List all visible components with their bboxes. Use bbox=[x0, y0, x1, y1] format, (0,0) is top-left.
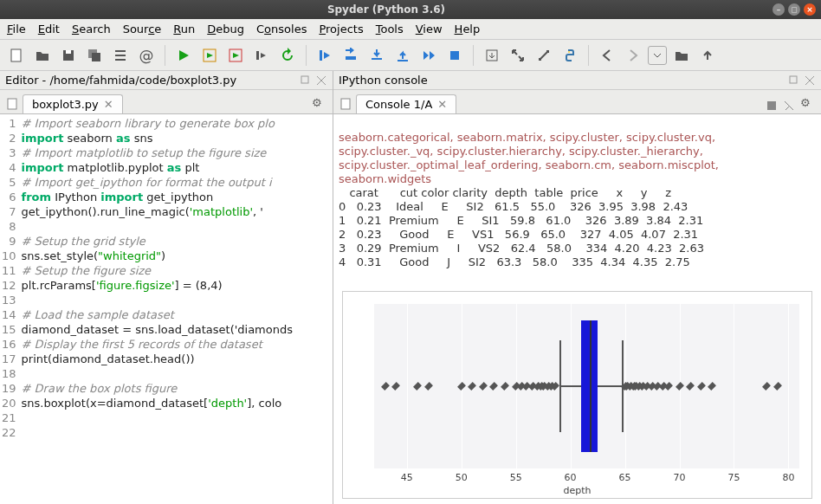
menu-edit[interactable]: Edit bbox=[38, 23, 60, 36]
console-options-icon[interactable]: ⚙ bbox=[800, 96, 818, 113]
save-all-button[interactable] bbox=[83, 44, 106, 67]
console-tab[interactable]: Console 1/A ✕ bbox=[356, 94, 456, 113]
restore-icon[interactable] bbox=[300, 74, 312, 87]
editor-pane-title: Editor - /home/fahmida/code/boxplot3.py bbox=[5, 74, 236, 87]
maximize-pane-button[interactable] bbox=[507, 44, 529, 67]
svg-rect-4 bbox=[92, 53, 100, 61]
window-titlebar: Spyder (Python 3.6) – ◻ × bbox=[0, 0, 821, 19]
menu-projects[interactable]: Projects bbox=[319, 23, 363, 36]
editor-tab-label: boxplot3.py bbox=[32, 98, 99, 111]
menu-source[interactable]: Source bbox=[123, 23, 162, 36]
python-path-button[interactable] bbox=[559, 44, 581, 67]
debug-continue-button[interactable] bbox=[417, 44, 440, 67]
editor-pane-title-bar: Editor - /home/fahmida/code/boxplot3.py bbox=[0, 71, 333, 90]
svg-rect-0 bbox=[11, 49, 21, 61]
menu-search[interactable]: Search bbox=[72, 23, 111, 36]
debug-run-button[interactable] bbox=[314, 44, 336, 67]
browse-cwd-button[interactable] bbox=[670, 44, 693, 67]
console-pane: IPython console Console 1/A ✕ ⚙ seaborn.… bbox=[333, 71, 821, 504]
window-maximize-button[interactable]: ◻ bbox=[788, 3, 800, 16]
toolbar-separator bbox=[306, 45, 307, 66]
menu-help[interactable]: Help bbox=[455, 23, 481, 36]
svg-rect-16 bbox=[767, 101, 776, 110]
ipython-console[interactable]: seaborn.categorical, seaborn.matrix, sci… bbox=[333, 114, 821, 504]
debug-step-button[interactable] bbox=[339, 44, 362, 67]
restore-icon[interactable] bbox=[788, 74, 800, 87]
run-selection-button[interactable] bbox=[250, 44, 273, 67]
editor-tab-bar: boxplot3.py ✕ ⚙ bbox=[0, 90, 333, 114]
menu-bar: File Edit Search Source Run Debug Consol… bbox=[0, 19, 821, 40]
console-dataframe-output: carat cut color clarity depth table pric… bbox=[339, 186, 704, 268]
debug-step-into-button[interactable] bbox=[365, 44, 388, 67]
rerun-button[interactable] bbox=[276, 44, 299, 67]
debug-stop-button[interactable] bbox=[443, 44, 466, 67]
svg-rect-2 bbox=[66, 50, 71, 54]
run-button[interactable] bbox=[172, 44, 195, 67]
parent-dir-button[interactable] bbox=[696, 44, 719, 67]
close-pane-icon[interactable] bbox=[315, 74, 327, 87]
stop-console-icon[interactable] bbox=[766, 100, 779, 113]
menu-debug[interactable]: Debug bbox=[207, 23, 244, 36]
console-tab-label: Console 1/A bbox=[365, 98, 432, 111]
svg-point-11 bbox=[568, 51, 570, 53]
file-switcher-icon[interactable] bbox=[3, 94, 23, 113]
editor-options-icon[interactable]: ⚙ bbox=[312, 96, 329, 113]
menu-file[interactable]: File bbox=[7, 23, 26, 36]
list-icon[interactable] bbox=[109, 44, 132, 67]
console-pane-title: IPython console bbox=[339, 74, 428, 87]
console-modules-output: seaborn.categorical, seaborn.matrix, sci… bbox=[339, 131, 719, 185]
at-icon[interactable]: @ bbox=[135, 44, 158, 67]
svg-rect-13 bbox=[8, 99, 16, 109]
svg-rect-15 bbox=[341, 99, 350, 109]
x-tick-labels: 4550556065707580 bbox=[374, 472, 799, 484]
save-button[interactable] bbox=[57, 44, 80, 67]
boxplot-figure: 4550556065707580 depth bbox=[342, 291, 812, 499]
menu-tools[interactable]: Tools bbox=[376, 23, 404, 36]
import-data-button[interactable] bbox=[481, 44, 503, 67]
code-area[interactable]: # Import seaborn library to generate box… bbox=[22, 114, 293, 504]
window-minimize-button[interactable]: – bbox=[773, 3, 785, 16]
svg-rect-9 bbox=[450, 51, 459, 60]
cwd-dropdown[interactable] bbox=[648, 46, 667, 65]
x-axis-label: depth bbox=[563, 485, 591, 496]
menu-view[interactable]: View bbox=[416, 23, 443, 36]
close-tab-icon[interactable]: ✕ bbox=[437, 98, 447, 111]
toolbar: @ bbox=[0, 40, 821, 71]
svg-rect-8 bbox=[320, 50, 322, 61]
toolbar-separator bbox=[473, 45, 474, 66]
main-split: Editor - /home/fahmida/code/boxplot3.py … bbox=[0, 71, 821, 504]
close-tab-icon[interactable]: ✕ bbox=[104, 98, 113, 111]
new-file-button[interactable] bbox=[5, 44, 28, 67]
clear-console-icon[interactable] bbox=[783, 100, 797, 113]
console-tab-bar: Console 1/A ✕ ⚙ bbox=[333, 90, 821, 114]
toolbar-separator bbox=[165, 45, 165, 66]
line-number-gutter: 1 2 3 4 5 6 7 8 9 10 11 12 13 14 15 16 1… bbox=[0, 114, 22, 504]
editor-pane: Editor - /home/fahmida/code/boxplot3.py … bbox=[0, 71, 333, 504]
window-title: Spyder (Python 3.6) bbox=[0, 3, 773, 16]
svg-rect-14 bbox=[790, 76, 797, 83]
toolbar-separator bbox=[588, 45, 589, 66]
back-button[interactable] bbox=[596, 44, 618, 67]
preferences-button[interactable] bbox=[533, 44, 555, 67]
run-cell-button[interactable] bbox=[198, 44, 221, 67]
console-switcher-icon[interactable] bbox=[337, 94, 356, 113]
svg-rect-7 bbox=[256, 51, 259, 60]
open-file-button[interactable] bbox=[31, 44, 54, 67]
code-editor[interactable]: 1 2 3 4 5 6 7 8 9 10 11 12 13 14 15 16 1… bbox=[0, 114, 333, 504]
close-pane-icon[interactable] bbox=[804, 74, 816, 87]
menu-consoles[interactable]: Consoles bbox=[256, 23, 307, 36]
debug-step-out-button[interactable] bbox=[391, 44, 414, 67]
window-close-button[interactable]: × bbox=[804, 3, 816, 16]
run-cell-advance-button[interactable] bbox=[224, 44, 247, 67]
menu-run[interactable]: Run bbox=[173, 23, 195, 36]
editor-tab[interactable]: boxplot3.py ✕ bbox=[23, 94, 123, 113]
forward-button[interactable] bbox=[622, 44, 644, 67]
svg-rect-12 bbox=[301, 76, 308, 83]
plot-axes bbox=[374, 304, 799, 468]
console-pane-title-bar: IPython console bbox=[333, 71, 821, 90]
